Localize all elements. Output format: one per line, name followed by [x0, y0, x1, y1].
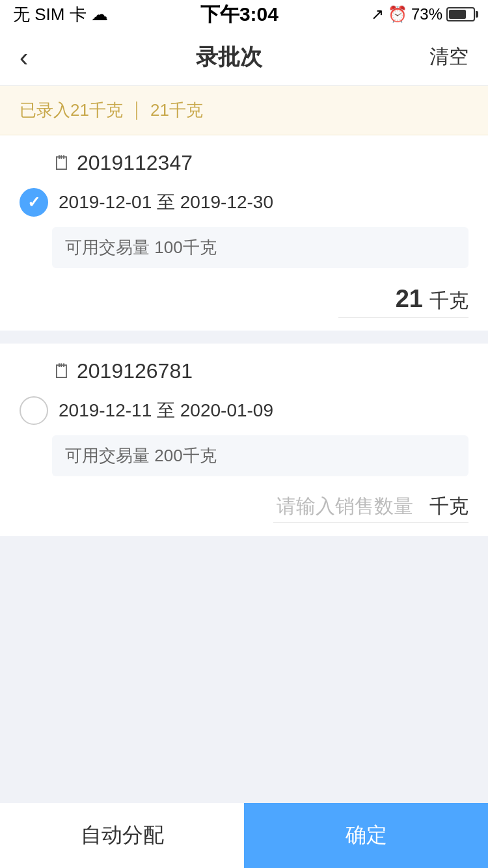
batch-card-2: 🗒 2019126781 2019-12-11 至 2020-01-09 可用交…: [0, 344, 488, 536]
summary-bar: 已录入21千克 21千克: [0, 86, 488, 135]
batch-card-1: 🗒 2019112347 ✓ 2019-12-01 至 2019-12-30 可…: [0, 135, 488, 331]
alarm-icon: ⏰: [388, 5, 407, 23]
recorded-amount: 已录入21千克: [20, 99, 123, 122]
card-separator: [0, 331, 488, 344]
batch-header-1: 🗒 2019112347: [0, 135, 488, 182]
location-icon: ↗: [371, 5, 384, 23]
available-row-1: 可用交易量 100千克: [52, 227, 468, 268]
batch-id-text-1: 2019112347: [77, 151, 193, 175]
content-area: 🗒 2019112347 ✓ 2019-12-01 至 2019-12-30 可…: [0, 135, 488, 861]
auto-distribute-button[interactable]: 自动分配: [0, 803, 244, 868]
battery-percent: 73%: [411, 5, 442, 23]
batch-id-text-2: 2019126781: [77, 359, 193, 383]
check-icon-1: ✓: [27, 193, 40, 211]
batch-id-1: 🗒 2019112347: [52, 151, 468, 175]
batch-date-row-1: ✓ 2019-12-01 至 2019-12-30: [0, 182, 488, 223]
total-amount: 21千克: [150, 99, 203, 122]
back-button[interactable]: ‹: [20, 44, 28, 70]
confirm-button[interactable]: 确定: [244, 803, 488, 868]
bottom-bar: 自动分配 确定: [0, 803, 488, 868]
sales-quantity-input[interactable]: [176, 495, 423, 517]
batch-date-row-2: 2019-12-11 至 2020-01-09: [0, 390, 488, 431]
batch-radio-2[interactable]: [20, 396, 48, 425]
no-sim-label: 无 SIM 卡 ☁: [13, 3, 108, 26]
page-title: 录批次: [196, 42, 262, 72]
available-row-2: 可用交易量 200千克: [52, 435, 468, 476]
amount-value-1: 21: [396, 285, 423, 313]
status-left: 无 SIM 卡 ☁: [13, 3, 108, 26]
amount-row-1: 21 千克: [0, 275, 488, 331]
batch-id-2: 🗒 2019126781: [52, 359, 468, 383]
batch-header-2: 🗒 2019126781: [0, 344, 488, 390]
batch-date-1: 2019-12-01 至 2019-12-30: [59, 190, 273, 215]
batch-radio-1[interactable]: ✓: [20, 188, 48, 217]
amount-unit-2: 千克: [429, 493, 468, 520]
amount-unit-1: 千克: [429, 288, 468, 314]
status-right: ↗ ⏰ 73%: [371, 5, 475, 23]
nav-bar: ‹ 录批次 清空: [0, 29, 488, 86]
batch-icon-2: 🗒: [52, 360, 72, 383]
summary-divider: [136, 102, 137, 120]
clear-button[interactable]: 清空: [429, 44, 468, 70]
status-bar: 无 SIM 卡 ☁ 下午3:04 ↗ ⏰ 73%: [0, 0, 488, 29]
bottom-filler: [0, 536, 488, 796]
battery-icon: [446, 7, 475, 21]
amount-input-row-2: 千克: [0, 483, 488, 536]
batch-icon-1: 🗒: [52, 152, 72, 174]
batch-date-2: 2019-12-11 至 2020-01-09: [59, 398, 273, 423]
status-time: 下午3:04: [200, 1, 278, 28]
